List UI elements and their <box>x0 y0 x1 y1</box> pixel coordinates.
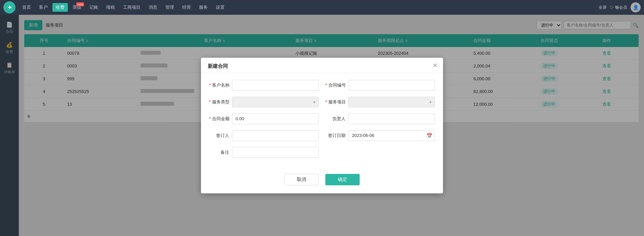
form-group-responsible: 负责人 <box>325 113 435 124</box>
nav-manage[interactable]: 管理 <box>162 3 177 12</box>
service-type-label: 服务类型 <box>209 99 229 105</box>
service-item-select-wrap <box>348 97 435 107</box>
confirm-button[interactable]: 确定 <box>325 174 360 185</box>
cancel-button[interactable]: 取消 <box>284 174 319 185</box>
nav-ticket[interactable]: 票据 new <box>69 3 85 12</box>
nav-service[interactable]: 服务 <box>196 3 211 12</box>
sign-date-input[interactable]: 2023-06-06 <box>348 130 435 141</box>
form-group-amount: 合同金额 0.00 <box>209 113 319 124</box>
avatar[interactable]: 👤 <box>631 2 641 12</box>
top-navigation: ✦ 首页 客户 收费 票据 new 记账 报税 工商项目 消息 管理 经营 服务… <box>0 0 644 15</box>
nav-operation[interactable]: 经营 <box>179 3 194 12</box>
contract-no-input[interactable] <box>348 80 435 91</box>
form-row-4: 签订人 签订日期 2023-06-06 📅 <box>209 130 435 141</box>
nav-bizitem[interactable]: 工商项目 <box>120 3 144 12</box>
form-row-2: 服务类型 服务项目 <box>209 97 435 107</box>
nav-invoice[interactable]: 收费 <box>52 3 68 12</box>
form-row-5: 备注 <box>209 147 435 158</box>
nav-tax[interactable]: 报税 <box>103 3 118 12</box>
form-group-contract-no: 合同编号 <box>325 80 435 91</box>
nav-account[interactable]: 记账 <box>86 3 102 12</box>
contract-no-label: 合同编号 <box>325 82 346 88</box>
dialog-title: 新建合同 <box>201 58 443 73</box>
amount-input[interactable]: 0.00 <box>232 113 319 124</box>
responsible-input[interactable] <box>348 113 435 124</box>
form-row-1: 客户名称 合同编号 <box>209 80 435 91</box>
fullscreen-button[interactable]: 全屏 <box>599 5 607 10</box>
form-group-service-type: 服务类型 <box>209 97 319 107</box>
nav-menu: 首页 客户 收费 票据 new 记账 报税 工商项目 消息 管理 经营 服务 设… <box>19 3 599 12</box>
new-badge: new <box>76 2 84 6</box>
service-item-select[interactable] <box>348 97 435 107</box>
dialog-body: 客户名称 合同编号 服务类型 <box>201 73 443 171</box>
top-nav-right: 全屏 ▷ 畅会员 👤 <box>599 2 641 12</box>
form-group-service-item: 服务项目 <box>325 97 435 107</box>
service-type-select-wrap <box>232 97 319 107</box>
customer-name-input[interactable] <box>232 80 319 91</box>
signatory-label: 签订人 <box>209 133 229 139</box>
sign-date-label: 签订日期 <box>325 133 346 139</box>
dialog-close-button[interactable]: ✕ <box>433 62 438 69</box>
customer-name-label: 客户名称 <box>209 82 229 88</box>
service-item-label: 服务项目 <box>325 99 346 105</box>
vip-button[interactable]: ▷ 畅会员 <box>610 5 627 10</box>
signatory-input[interactable] <box>232 130 319 141</box>
service-type-select[interactable] <box>232 97 319 107</box>
dialog-footer: 取消 确定 <box>201 171 443 193</box>
nav-message[interactable]: 消息 <box>145 3 161 12</box>
form-group-sign-date: 签订日期 2023-06-06 📅 <box>325 130 435 141</box>
new-contract-dialog: 新建合同 ✕ 客户名称 合同编号 服务类型 <box>201 58 443 193</box>
form-group-notes: 备注 <box>209 147 319 158</box>
sign-date-wrap: 2023-06-06 📅 <box>348 130 435 141</box>
nav-customer[interactable]: 客户 <box>36 3 51 12</box>
form-group-customer: 客户名称 <box>209 80 319 91</box>
calendar-icon[interactable]: 📅 <box>427 133 432 138</box>
amount-label: 合同金额 <box>209 116 229 122</box>
notes-label: 备注 <box>209 149 229 155</box>
app-logo: ✦ <box>3 1 15 13</box>
form-group-signatory: 签订人 <box>209 130 319 141</box>
notes-input[interactable] <box>232 147 319 158</box>
form-row-3: 合同金额 0.00 负责人 <box>209 113 435 124</box>
dialog-overlay: 新建合同 ✕ 客户名称 合同编号 服务类型 <box>0 15 644 236</box>
responsible-label: 负责人 <box>325 116 346 122</box>
nav-home[interactable]: 首页 <box>19 3 34 12</box>
nav-settings[interactable]: 设置 <box>212 3 228 12</box>
